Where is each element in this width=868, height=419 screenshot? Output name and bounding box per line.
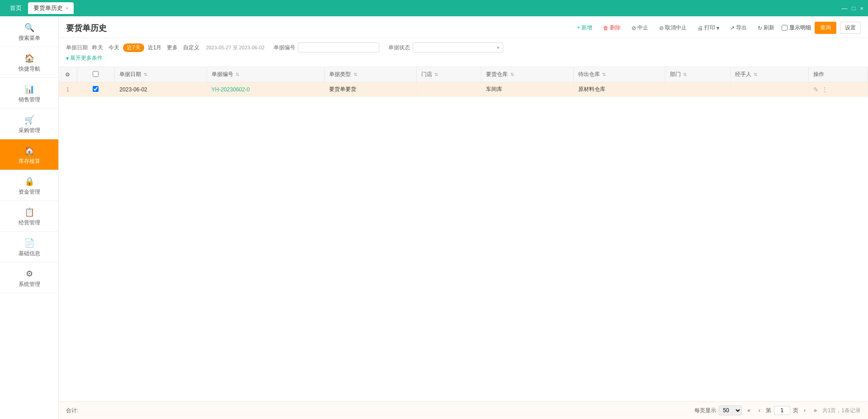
filter-date: 单据日期 昨天 今天 近7天 近1月 更多 自定义 2023-05-27 至 2… bbox=[66, 43, 264, 52]
row-order-no: YH-20230602-0 bbox=[207, 82, 325, 97]
sort-store-icon[interactable]: ⇅ bbox=[434, 72, 438, 77]
row-store bbox=[416, 82, 481, 97]
print-button[interactable]: 🖨 打印 ▾ bbox=[694, 22, 723, 33]
col-req-warehouse: 要货仓库 ⇅ bbox=[481, 67, 573, 82]
per-page-label: 每页显示 bbox=[694, 407, 716, 414]
home-icon: 🏠 bbox=[24, 53, 34, 63]
top-bar: 首页 要货单历史 × — □ × bbox=[0, 0, 868, 16]
settings-button[interactable]: 设置 bbox=[840, 22, 861, 34]
window-maximize[interactable]: □ bbox=[852, 5, 856, 12]
new-button[interactable]: + 新增 bbox=[573, 22, 596, 33]
date-btn-more[interactable]: 更多 bbox=[165, 43, 179, 52]
action-icons: ✎ ⋮ bbox=[813, 86, 863, 93]
prev-page-btn[interactable]: ‹ bbox=[756, 406, 763, 414]
sidebar-item-operations[interactable]: 📋 经营管理 bbox=[0, 201, 58, 232]
purchase-icon: 🛒 bbox=[24, 115, 34, 125]
window-minimize[interactable]: — bbox=[842, 5, 848, 12]
sort-date-icon[interactable]: ⇅ bbox=[144, 72, 147, 77]
date-btn-today[interactable]: 今天 bbox=[107, 43, 121, 52]
export-button[interactable]: ↗ 导出 bbox=[726, 22, 750, 33]
next-page-btn[interactable]: › bbox=[801, 406, 808, 414]
sort-ordertype-icon[interactable]: ⇅ bbox=[354, 72, 357, 77]
first-page-btn[interactable]: « bbox=[745, 406, 753, 414]
sidebar-item-basic-info-label: 基础信息 bbox=[19, 250, 40, 257]
sidebar-item-inventory[interactable]: 🏠 库存核算 bbox=[0, 139, 58, 170]
expand-more-btn[interactable]: ▾ 展开更多条件 bbox=[66, 54, 861, 62]
stop-button[interactable]: ⊘ 中止 bbox=[628, 22, 652, 33]
sort-handler-icon[interactable]: ⇅ bbox=[754, 72, 757, 77]
delete-icon: 🗑 bbox=[603, 25, 609, 31]
sidebar-item-sales[interactable]: 📊 销售管理 bbox=[0, 78, 58, 109]
total-records: 共1页，1条记录 bbox=[822, 407, 861, 414]
tab-requisition-history[interactable]: 要货单历史 × bbox=[28, 2, 74, 14]
tab-home[interactable]: 首页 bbox=[5, 2, 27, 14]
sidebar-item-system[interactable]: ⚙ 系统管理 bbox=[0, 262, 58, 293]
select-all-checkbox[interactable] bbox=[93, 71, 99, 77]
more-icon[interactable]: ⋮ bbox=[821, 86, 828, 93]
cancel-stop-button[interactable]: ⊘ 取消中止 bbox=[656, 22, 690, 33]
sidebar-item-finance[interactable]: 🔒 资金管理 bbox=[0, 170, 58, 201]
col-order-no: 单据编号 ⇅ bbox=[207, 67, 325, 82]
window-controls: — □ × bbox=[842, 5, 863, 12]
sidebar-item-operations-label: 经营管理 bbox=[19, 219, 40, 227]
row-order-no-link[interactable]: YH-20230602-0 bbox=[212, 86, 250, 93]
sort-orderno-icon[interactable]: ⇅ bbox=[236, 72, 239, 77]
date-btn-7days[interactable]: 近7天 bbox=[123, 43, 144, 52]
sidebar-item-quick-nav[interactable]: 🏠 快捷导航 bbox=[0, 47, 58, 78]
system-icon: ⚙ bbox=[26, 269, 33, 279]
sidebar-item-search[interactable]: 🔍 搜索菜单 bbox=[0, 16, 58, 47]
delete-label: 删除 bbox=[610, 24, 621, 32]
show-detail-toggle[interactable]: 显示明细 bbox=[782, 24, 811, 32]
filter-date-label: 单据日期 bbox=[66, 44, 88, 52]
per-page-select[interactable]: 50 100 200 bbox=[719, 405, 742, 415]
sidebar-item-sales-label: 销售管理 bbox=[19, 96, 40, 104]
sort-pendingwarehouse-icon[interactable]: ⇅ bbox=[602, 72, 606, 77]
col-dept: 部门 ⇅ bbox=[665, 67, 730, 82]
date-btn-yesterday[interactable]: 昨天 bbox=[90, 43, 105, 52]
export-label: 导出 bbox=[736, 24, 747, 32]
finance-icon: 🔒 bbox=[24, 176, 34, 186]
toolbar: + 新增 🗑 删除 ⊘ 中止 ⊘ 取消中止 🖨 打 bbox=[573, 22, 861, 34]
show-detail-label: 显示明细 bbox=[789, 24, 811, 32]
col-order-type: 单据类型 ⇅ bbox=[325, 67, 416, 82]
tab-close-icon[interactable]: × bbox=[66, 5, 68, 11]
date-btn-custom[interactable]: 自定义 bbox=[181, 43, 201, 52]
sidebar-item-basic-info[interactable]: 📄 基础信息 bbox=[0, 232, 58, 262]
page-label: 第 bbox=[766, 407, 771, 414]
sidebar-item-search-label: 搜索菜单 bbox=[19, 34, 40, 42]
col-settings[interactable]: ⚙ bbox=[59, 67, 77, 82]
query-button[interactable]: 查询 bbox=[815, 22, 836, 34]
basic-info-icon: 📄 bbox=[24, 238, 34, 248]
page-number-input[interactable] bbox=[774, 406, 790, 415]
filter-row: 单据日期 昨天 今天 近7天 近1月 更多 自定义 2023-05-27 至 2… bbox=[66, 43, 861, 52]
print-label: 打印 bbox=[704, 24, 715, 32]
sort-dept-icon[interactable]: ⇅ bbox=[683, 72, 687, 77]
sidebar-item-inventory-label: 库存核算 bbox=[19, 157, 40, 165]
row-pending-warehouse: 原材料仓库 bbox=[573, 82, 665, 97]
filter-status-label: 单据状态 bbox=[388, 44, 410, 52]
operations-icon: 📋 bbox=[24, 207, 34, 217]
sidebar-item-purchase[interactable]: 🛒 采购管理 bbox=[0, 109, 58, 139]
row-checkbox[interactable] bbox=[93, 86, 99, 92]
stop-label: 中止 bbox=[637, 24, 648, 32]
last-page-btn[interactable]: » bbox=[811, 406, 820, 414]
refresh-button[interactable]: ↻ 刷新 bbox=[754, 22, 778, 33]
show-detail-checkbox[interactable] bbox=[782, 25, 788, 31]
date-btn-1month[interactable]: 近1月 bbox=[146, 43, 164, 52]
delete-button[interactable]: 🗑 删除 bbox=[599, 22, 624, 33]
filter-order-no-input[interactable] bbox=[298, 43, 379, 52]
page-header: 要货单历史 + 新增 🗑 删除 ⊘ 中止 ⊘ 取消中止 bbox=[59, 16, 868, 38]
sales-icon: 📊 bbox=[24, 84, 34, 94]
sidebar-item-purchase-label: 采购管理 bbox=[19, 127, 40, 134]
window-close[interactable]: × bbox=[860, 5, 863, 12]
col-checkbox bbox=[77, 67, 115, 82]
sort-reqwarehouse-icon[interactable]: ⇅ bbox=[510, 72, 514, 77]
sidebar-item-system-label: 系统管理 bbox=[19, 281, 40, 288]
row-dept bbox=[665, 82, 730, 97]
table-body: 1 2023-06-02 YH-20230602-0 要货单要货 车间库 bbox=[59, 82, 868, 97]
chevron-down-icon: ▾ bbox=[66, 55, 69, 62]
filter-status-select[interactable] bbox=[413, 43, 503, 52]
expand-more-label: 展开更多条件 bbox=[70, 54, 103, 62]
edit-icon[interactable]: ✎ bbox=[813, 86, 819, 93]
total-label: 合计: bbox=[66, 407, 78, 414]
